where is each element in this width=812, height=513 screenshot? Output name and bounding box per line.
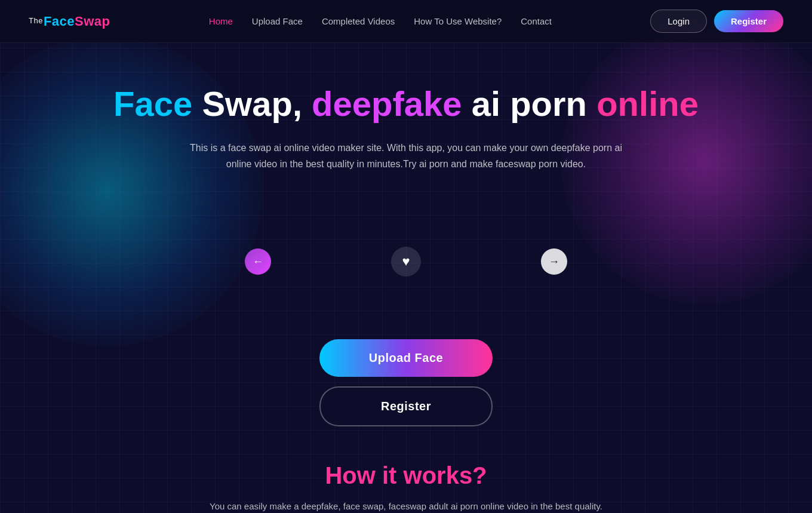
login-button[interactable]: Login (650, 10, 707, 33)
register-button[interactable]: Register (714, 10, 783, 32)
hero-section: Face Swap, deepfake ai porn online This … (0, 43, 812, 321)
nav-link-upload[interactable]: Upload Face (252, 16, 303, 26)
nav-item-completed[interactable]: Completed Videos (322, 16, 395, 27)
carousel-center-indicator: ♥ (391, 247, 421, 277)
logo-swap: Swap (75, 14, 110, 29)
heart-icon: ♥ (402, 254, 410, 269)
nav-links: Home Upload Face Completed Videos How To… (209, 16, 552, 27)
nav-link-contact[interactable]: Contact (521, 16, 552, 26)
logo-the: The (29, 16, 43, 25)
navbar: The Face Swap Home Upload Face Completed… (0, 0, 812, 43)
carousel-prev-button[interactable]: ← (245, 248, 271, 275)
nav-item-how-to[interactable]: How To Use Website? (414, 16, 502, 27)
how-it-works-text: You can easily make a deepfake, face swa… (161, 499, 651, 513)
logo-face: Face (44, 14, 75, 29)
hero-subtitle: This is a face swap ai online video make… (185, 140, 627, 172)
hero-title-ai: ai porn (472, 84, 596, 123)
nav-item-upload[interactable]: Upload Face (252, 16, 303, 27)
register-cta-button[interactable]: Register (319, 386, 493, 426)
hero-title-online: online (596, 84, 699, 123)
carousel-next-icon: → (549, 256, 559, 268)
nav-link-home[interactable]: Home (209, 16, 233, 26)
nav-item-contact[interactable]: Contact (521, 16, 552, 27)
hero-title-face: Face (113, 84, 202, 123)
logo[interactable]: The Face Swap (29, 14, 110, 29)
nav-link-how-to[interactable]: How To Use Website? (414, 16, 502, 26)
how-it-works-section: How it works? You can easily make a deep… (0, 450, 812, 513)
upload-face-button[interactable]: Upload Face (319, 339, 493, 377)
carousel-prev-icon: ← (253, 256, 263, 268)
carousel-area: ← ♥ → (48, 202, 764, 321)
cta-area: Upload Face Register (0, 339, 812, 450)
nav-buttons: Login Register (650, 10, 783, 33)
nav-link-completed[interactable]: Completed Videos (322, 16, 395, 26)
carousel-next-button[interactable]: → (541, 248, 567, 275)
hero-title-swap: Swap, (202, 84, 312, 123)
hero-title: Face Swap, deepfake ai porn online (48, 85, 764, 123)
nav-item-home[interactable]: Home (209, 16, 233, 27)
how-it-works-title: How it works? (48, 462, 764, 489)
hero-title-deepfake: deepfake (312, 84, 472, 123)
